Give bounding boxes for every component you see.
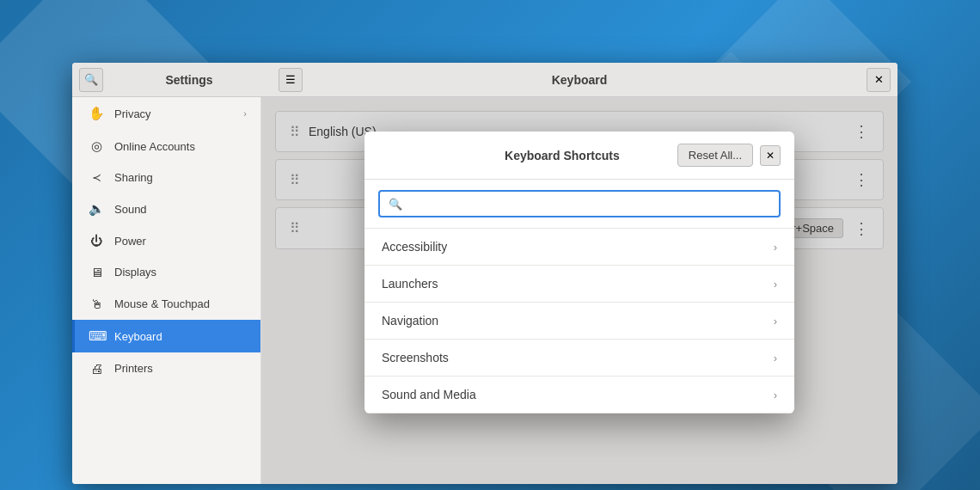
category-navigation[interactable]: Navigation › — [364, 303, 794, 340]
settings-window: 🔍 Settings ☰ Keyboard ✕ ✋ Privacy › ◎ On… — [72, 63, 897, 484]
search-input[interactable] — [409, 197, 770, 211]
titlebar: 🔍 Settings ☰ Keyboard ✕ — [72, 63, 897, 97]
privacy-icon: ✋ — [89, 106, 104, 121]
category-screenshots[interactable]: Screenshots › — [364, 340, 794, 377]
sidebar-item-displays[interactable]: 🖥 Displays — [72, 256, 260, 288]
sidebar-item-label: Displays — [114, 266, 156, 279]
titlebar-right: ✕ — [856, 68, 891, 92]
mouse-icon: 🖱 — [89, 297, 104, 311]
online-accounts-icon: ◎ — [89, 138, 104, 154]
sidebar-item-online-accounts[interactable]: ◎ Online Accounts — [72, 130, 260, 162]
chevron-right-icon: › — [774, 352, 777, 364]
category-launchers[interactable]: Launchers › — [364, 266, 794, 303]
category-label: Sound and Media — [382, 388, 476, 401]
search-icon: 🔍 — [84, 73, 98, 86]
modal-close-button[interactable]: ✕ — [760, 145, 781, 166]
close-icon: ✕ — [874, 73, 884, 86]
category-label: Launchers — [382, 277, 438, 291]
chevron-right-icon: › — [774, 389, 777, 401]
sidebar-item-label: Sound — [114, 203, 147, 216]
sharing-icon: ≺ — [89, 171, 104, 184]
sidebar-item-label: Printers — [114, 362, 153, 375]
chevron-right-icon: › — [774, 278, 777, 291]
keyboard-shortcuts-modal: Keyboard Shortcuts Reset All... ✕ 🔍 — [364, 132, 794, 413]
close-icon: ✕ — [766, 150, 775, 162]
search-icon: 🔍 — [389, 198, 402, 211]
modal-header: Keyboard Shortcuts Reset All... ✕ — [364, 132, 794, 180]
sidebar-item-label: Mouse & Touchpad — [114, 297, 210, 310]
category-accessibility[interactable]: Accessibility › — [364, 229, 794, 266]
sidebar-item-power[interactable]: ⏻ Power — [72, 225, 260, 256]
category-label: Screenshots — [382, 351, 449, 364]
sidebar: ✋ Privacy › ◎ Online Accounts ≺ Sharing … — [72, 97, 261, 484]
chevron-right-icon: › — [243, 108, 247, 119]
printers-icon: 🖨 — [89, 361, 104, 376]
displays-icon: 🖥 — [89, 265, 104, 279]
keyboard-title: Keyboard — [303, 73, 856, 87]
search-box: 🔍 — [364, 180, 794, 229]
sidebar-item-label: Power — [114, 235, 146, 248]
shortcut-category-list: Accessibility › Launchers › Navigation › — [364, 229, 794, 413]
modal-title: Keyboard Shortcuts — [454, 149, 671, 162]
window-body: ✋ Privacy › ◎ Online Accounts ≺ Sharing … — [72, 97, 897, 484]
sidebar-item-label: Online Accounts — [114, 140, 195, 153]
sidebar-item-label: Sharing — [114, 171, 153, 184]
close-button[interactable]: ✕ — [867, 68, 891, 92]
settings-title: Settings — [107, 73, 272, 87]
chevron-right-icon: › — [774, 315, 777, 328]
sidebar-item-keyboard[interactable]: ⌨ Keyboard — [72, 320, 260, 352]
reset-all-button[interactable]: Reset All... — [677, 144, 753, 167]
hamburger-icon: ☰ — [285, 73, 296, 86]
search-button[interactable]: 🔍 — [79, 68, 103, 92]
modal-overlay: Keyboard Shortcuts Reset All... ✕ 🔍 — [261, 97, 897, 484]
sidebar-item-label: Privacy — [114, 107, 151, 120]
titlebar-left: 🔍 Settings ☰ — [79, 68, 303, 92]
category-label: Navigation — [382, 314, 438, 328]
sidebar-item-printers[interactable]: 🖨 Printers — [72, 352, 260, 384]
sound-icon: 🔈 — [89, 201, 104, 217]
sidebar-item-mouse-touchpad[interactable]: 🖱 Mouse & Touchpad — [72, 288, 260, 320]
category-sound-media[interactable]: Sound and Media › — [364, 377, 794, 413]
power-icon: ⏻ — [89, 234, 104, 248]
chevron-right-icon: › — [774, 241, 777, 254]
category-label: Accessibility — [382, 240, 447, 254]
hamburger-button[interactable]: ☰ — [279, 68, 303, 92]
sidebar-item-sound[interactable]: 🔈 Sound — [72, 193, 260, 225]
sidebar-item-sharing[interactable]: ≺ Sharing — [72, 162, 260, 193]
sidebar-item-label: Keyboard — [114, 330, 162, 343]
search-wrapper: 🔍 — [378, 190, 781, 217]
main-content: ⠿ English (US) ⋮ ⠿ ⋮ ⠿ Super+Space ⋮ — [261, 97, 897, 484]
keyboard-icon: ⌨ — [89, 328, 104, 344]
sidebar-item-privacy[interactable]: ✋ Privacy › — [72, 97, 260, 130]
